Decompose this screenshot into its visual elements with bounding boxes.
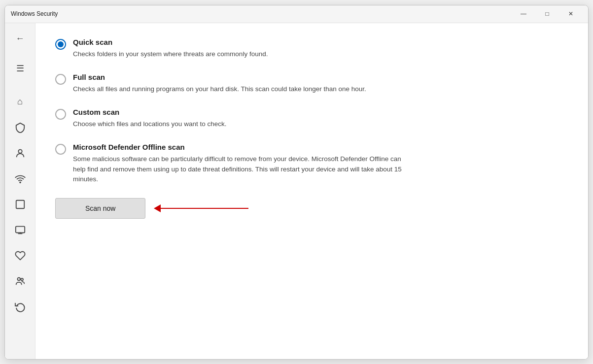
sidebar-item-account[interactable] xyxy=(8,141,32,165)
device-icon xyxy=(15,225,26,235)
offline-scan-desc: Some malicious software can be particula… xyxy=(73,154,408,184)
sidebar-item-shield[interactable] xyxy=(8,116,32,139)
maximize-button[interactable]: □ xyxy=(536,7,558,21)
offline-scan-text: Microsoft Defender Offline scan Some mal… xyxy=(73,143,408,184)
svg-rect-3 xyxy=(15,226,24,232)
custom-scan-option: Custom scan Choose which files and locat… xyxy=(55,108,568,129)
window-controls: — □ ✕ xyxy=(512,7,582,21)
svg-rect-2 xyxy=(16,200,24,208)
health-icon xyxy=(15,250,26,261)
custom-scan-text: Custom scan Choose which files and locat… xyxy=(73,108,226,129)
sidebar-item-history[interactable] xyxy=(8,295,32,319)
quick-scan-option: Quick scan Checks folders in your system… xyxy=(55,38,568,59)
offline-scan-radio-outer[interactable] xyxy=(55,144,66,155)
close-button[interactable]: ✕ xyxy=(559,7,582,21)
quick-scan-title: Quick scan xyxy=(73,38,268,46)
account-icon xyxy=(15,148,26,159)
quick-scan-text: Quick scan Checks folders in your system… xyxy=(73,38,268,59)
sidebar-item-health[interactable] xyxy=(8,244,32,267)
svg-point-5 xyxy=(21,278,23,281)
svg-point-1 xyxy=(20,182,21,183)
full-scan-text: Full scan Checks all files and running p… xyxy=(73,73,366,94)
offline-scan-option: Microsoft Defender Offline scan Some mal… xyxy=(55,143,568,184)
arrow-indicator xyxy=(154,204,248,212)
family-icon xyxy=(15,276,26,287)
app-body: ← ☰ ⌂ xyxy=(5,23,588,359)
menu-icon: ☰ xyxy=(16,63,24,74)
scan-button-row: Scan now xyxy=(55,198,568,219)
custom-scan-title: Custom scan xyxy=(73,108,226,116)
full-scan-desc: Checks all files and running programs on… xyxy=(73,84,366,94)
custom-scan-desc: Choose which files and locations you wan… xyxy=(73,119,226,129)
app-browser-icon xyxy=(15,199,26,210)
shield-icon xyxy=(15,122,26,133)
full-scan-radio-outer[interactable] xyxy=(55,74,66,85)
quick-scan-radio-outer[interactable] xyxy=(55,39,66,50)
sidebar-item-device[interactable] xyxy=(8,218,32,242)
svg-point-4 xyxy=(17,277,20,280)
main-content: Quick scan Checks folders in your system… xyxy=(35,23,588,359)
sidebar-item-home[interactable]: ⌂ xyxy=(8,90,32,114)
wifi-icon xyxy=(15,173,26,184)
sidebar-item-appbrowser[interactable] xyxy=(8,193,32,216)
sidebar: ← ☰ ⌂ xyxy=(5,23,35,359)
quick-scan-desc: Checks folders in your system where thre… xyxy=(73,49,268,59)
scan-now-button[interactable]: Scan now xyxy=(55,198,145,219)
full-scan-option: Full scan Checks all files and running p… xyxy=(55,73,568,94)
windows-security-window: Windows Security — □ ✕ ← ☰ ⌂ xyxy=(4,5,589,360)
arrow-line xyxy=(160,208,248,209)
sidebar-item-family[interactable] xyxy=(8,269,32,293)
quick-scan-radio-inner xyxy=(58,41,64,47)
titlebar: Windows Security — □ ✕ xyxy=(5,5,588,23)
offline-scan-radio[interactable] xyxy=(55,144,66,155)
menu-button[interactable]: ☰ xyxy=(8,57,32,80)
minimize-button[interactable]: — xyxy=(512,7,535,21)
sidebar-item-network[interactable] xyxy=(8,167,32,191)
custom-scan-radio[interactable] xyxy=(55,109,66,120)
svg-point-0 xyxy=(18,149,22,153)
home-icon: ⌂ xyxy=(17,97,23,107)
history-icon xyxy=(15,301,26,312)
back-icon: ← xyxy=(16,33,25,44)
offline-scan-title: Microsoft Defender Offline scan xyxy=(73,143,408,151)
window-title: Windows Security xyxy=(11,10,58,17)
custom-scan-radio-outer[interactable] xyxy=(55,109,66,120)
full-scan-title: Full scan xyxy=(73,73,366,81)
full-scan-radio[interactable] xyxy=(55,74,66,85)
back-button[interactable]: ← xyxy=(8,27,32,51)
quick-scan-radio[interactable] xyxy=(55,39,66,50)
